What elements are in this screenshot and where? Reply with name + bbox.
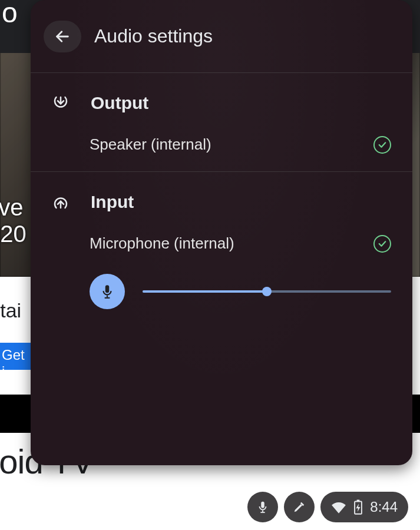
mic-toggle-button[interactable] bbox=[90, 274, 125, 309]
shelf-mic-button[interactable] bbox=[247, 492, 278, 522]
pen-icon bbox=[293, 501, 306, 514]
output-selected-check bbox=[373, 136, 391, 154]
svg-rect-6 bbox=[261, 512, 265, 513]
wifi-icon bbox=[331, 501, 346, 514]
mic-level-control bbox=[31, 270, 412, 315]
hero-text-line2: 020 bbox=[0, 221, 27, 247]
page-title-fragment: e o bbox=[0, 0, 17, 29]
microphone-icon bbox=[256, 501, 269, 514]
input-icon bbox=[52, 193, 70, 211]
cta-button[interactable]: Get i bbox=[0, 343, 31, 370]
output-device-row[interactable]: Speaker (internal) bbox=[31, 119, 412, 171]
input-device-row[interactable]: Microphone (internal) bbox=[31, 218, 412, 270]
mic-level-slider[interactable] bbox=[143, 283, 391, 300]
input-selected-check bbox=[373, 235, 391, 253]
input-section-header: Input bbox=[31, 172, 412, 218]
status-tray[interactable]: 8:44 bbox=[320, 492, 408, 522]
arrow-left-icon bbox=[54, 28, 71, 45]
svg-rect-5 bbox=[262, 511, 263, 512]
input-label: Input bbox=[91, 192, 134, 212]
check-icon bbox=[377, 238, 388, 249]
hero-text-line1: ave bbox=[0, 194, 24, 221]
panel-title: Audio settings bbox=[94, 25, 213, 47]
slider-thumb[interactable] bbox=[262, 287, 272, 296]
svg-rect-4 bbox=[105, 297, 110, 299]
slider-fill bbox=[143, 290, 267, 293]
system-shelf: 8:44 bbox=[0, 484, 420, 530]
battery-charging-icon bbox=[353, 499, 363, 515]
input-device-name: Microphone (internal) bbox=[90, 234, 234, 253]
clock: 8:44 bbox=[370, 499, 398, 515]
panel-header: Audio settings bbox=[31, 0, 412, 73]
audio-settings-panel: Audio settings Output Speaker (internal)… bbox=[31, 0, 412, 465]
output-device-name: Speaker (internal) bbox=[90, 135, 211, 154]
content-word: ertai bbox=[0, 299, 21, 322]
microphone-icon bbox=[100, 284, 115, 299]
output-icon bbox=[52, 94, 70, 112]
shelf-pen-button[interactable] bbox=[284, 492, 315, 522]
back-button[interactable] bbox=[44, 21, 81, 52]
svg-rect-3 bbox=[107, 296, 108, 297]
output-label: Output bbox=[91, 93, 148, 113]
check-icon bbox=[377, 140, 388, 150]
output-section-header: Output bbox=[31, 73, 412, 119]
svg-rect-8 bbox=[357, 500, 360, 502]
